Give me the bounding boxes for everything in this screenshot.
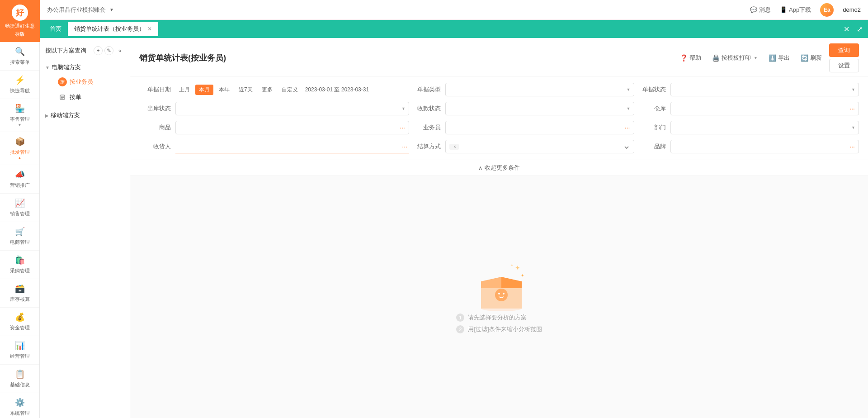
breadcrumb-dropdown[interactable]: ▼ [109, 7, 114, 12]
export-icon: ⬇️ [769, 54, 776, 62]
sidebar-item-label: 采购管理 [10, 267, 30, 274]
message-icon: 💬 [750, 6, 757, 13]
left-panel: 按以下方案查询 + ✎ « ▼ 电脑端方案 按 按业务员 [40, 38, 130, 418]
sidebar-item-finance[interactable]: 💰 资金管理 [0, 308, 39, 336]
date-tab-custom[interactable]: 自定义 [278, 85, 302, 95]
type-select[interactable] [445, 83, 634, 96]
tab-home[interactable]: 首页 [43, 22, 68, 36]
settle-tag-close[interactable]: × [453, 144, 456, 149]
dept-select[interactable] [670, 121, 859, 134]
logo-text: 畅捷通好生意 [5, 23, 35, 29]
filter-cell-dept: 部门 [634, 121, 859, 134]
svg-point-12 [495, 289, 508, 301]
date-tab-7days[interactable]: 近7天 [235, 85, 256, 95]
add-scheme-btn[interactable]: + [94, 46, 103, 55]
date-tab-this-month[interactable]: 本月 [195, 85, 213, 95]
status-label: 单据状态 [634, 86, 670, 94]
tip-num-1: 1 [456, 314, 464, 322]
pay-status-select[interactable] [445, 102, 634, 115]
sidebar-item-inventory[interactable]: 🗃️ 库存核算 [0, 279, 39, 308]
filter-cell-out-status: 出库状态 [139, 102, 409, 115]
scheme-item-salesman[interactable]: 按 按业务员 [45, 74, 130, 90]
goods-dots-btn[interactable]: ··· [400, 124, 405, 131]
scheme-order-label: 按单 [70, 93, 81, 101]
sidebar-logo[interactable]: 好 畅捷通好生意 标版 [0, 0, 40, 42]
page-header: 销货单统计表(按业务员) ❓ 帮助 🖨️ 按模板打印 ▼ ⬇️ 导出 [130, 38, 868, 76]
app-download-btn[interactable]: 📱 App下载 [780, 6, 811, 14]
warehouse-dots-btn[interactable]: ··· [849, 105, 855, 112]
print-btn[interactable]: 🖨️ 按模板打印 ▼ [708, 52, 761, 64]
filter-cell-date: 单据日期 上月 本月 本年 近7天 更多 自定义 2023-03-01 至 20… [139, 85, 409, 95]
collapse-more-btn[interactable]: ∧ 收起更多条件 [478, 164, 520, 172]
settle-select[interactable] [621, 145, 630, 150]
sidebar-item-sales[interactable]: 📈 销售管理 [0, 194, 39, 222]
sidebar-item-label: 资金管理 [10, 324, 30, 331]
salesman-dots-btn[interactable]: ··· [625, 124, 630, 131]
sidebar-item-label: 库存核算 [10, 296, 30, 303]
avatar[interactable]: Ea [820, 3, 834, 17]
ecom-icon: 🛒 [15, 227, 25, 237]
content-area: 按以下方案查询 + ✎ « ▼ 电脑端方案 按 按业务员 [40, 38, 868, 418]
status-select[interactable] [670, 83, 859, 96]
sidebar-item-ops[interactable]: 📊 经营管理 [0, 336, 39, 365]
sidebar-item-wholesale[interactable]: 📦 批发管理 ▲ [0, 132, 39, 165]
inventory-icon: 🗃️ [15, 284, 25, 294]
top-header: 办公用品行业模拟账套 ▼ 💬 消息 📱 App下载 Ea demo2 [40, 0, 868, 20]
mobile-scheme-section: ▶ 移动端方案 [40, 107, 130, 124]
user-name[interactable]: demo2 [843, 6, 861, 13]
main-area: 办公用品行业模拟账套 ▼ 💬 消息 📱 App下载 Ea demo2 首页 销货… [40, 0, 868, 418]
print-icon: 🖨️ [712, 54, 720, 62]
receiver-input[interactable] [175, 140, 409, 153]
message-btn[interactable]: 💬 消息 [750, 6, 771, 14]
sidebar-item-system[interactable]: ⚙️ 系统管理 [0, 393, 39, 418]
export-btn[interactable]: ⬇️ 导出 [765, 52, 793, 64]
settle-dropdown-arrow[interactable] [621, 143, 630, 150]
mobile-scheme-title[interactable]: ▶ 移动端方案 [40, 109, 130, 122]
sidebar-item-retail[interactable]: 🏪 零售管理 ▼ [0, 99, 39, 132]
sidebar-item-label: 销售管理 [10, 210, 30, 217]
tab-close-icon[interactable]: ✕ [147, 26, 152, 32]
date-tab-last-month[interactable]: 上月 [175, 85, 193, 95]
svg-text:✦: ✦ [515, 264, 520, 271]
out-status-select-wrapper [175, 102, 409, 115]
edit-scheme-btn[interactable]: ✎ [104, 46, 113, 55]
out-status-select[interactable] [175, 102, 409, 115]
scheme-item-order[interactable]: 按单 [45, 90, 130, 105]
scheme-order-icon [58, 93, 67, 102]
empty-tip-1: 1 请先选择要分析的方案 [456, 314, 542, 322]
date-tabs: 上月 本月 本年 近7天 更多 自定义 [175, 85, 302, 95]
pc-scheme-title[interactable]: ▼ 电脑端方案 [40, 61, 130, 74]
expand-icon-active: ▲ [18, 156, 22, 160]
tab-close-btn[interactable]: ✕ [842, 24, 851, 34]
filter-cell-type: 单据类型 [409, 83, 634, 96]
sidebar-item-search[interactable]: 🔍 搜索菜单 [0, 42, 39, 71]
sidebar-item-marketing[interactable]: 📣 营销推广 [0, 165, 39, 194]
collapse-icon: ∧ [478, 165, 483, 171]
purchase-icon: 🛍️ [15, 255, 25, 265]
sidebar-item-purchase[interactable]: 🛍️ 采购管理 [0, 251, 39, 279]
brand-dots-btn[interactable]: ··· [849, 143, 855, 150]
pay-status-select-wrapper [445, 102, 634, 115]
filter-cell-status: 单据状态 [634, 83, 859, 96]
receiver-dots-btn[interactable]: ··· [402, 143, 407, 150]
tab-maximize-btn[interactable]: ⤢ [855, 24, 864, 34]
search-button[interactable]: 查询 [829, 43, 859, 57]
sales-icon: 📈 [15, 198, 25, 208]
empty-tips: 1 请先选择要分析的方案 2 用[过滤]条件来缩小分析范围 [456, 314, 542, 333]
salesman-input-wrapper: ··· [445, 121, 634, 134]
tab-sales-stat[interactable]: 销货单统计表（按业务员） ✕ [68, 22, 158, 36]
sidebar-item-ecom[interactable]: 🛒 电商管理 [0, 222, 39, 251]
status-select-wrapper [670, 83, 859, 96]
refresh-btn[interactable]: 🔄 刷新 [797, 52, 826, 64]
empty-illustration: ✦ ✦ ✦ [472, 261, 526, 306]
help-btn[interactable]: ❓ 帮助 [676, 52, 705, 64]
date-tab-more[interactable]: 更多 [258, 85, 276, 95]
sidebar-item-label: 搜索菜单 [10, 59, 30, 66]
settings-button[interactable]: 设置 [829, 59, 859, 72]
filter-cell-salesman: 业务员 ··· [409, 121, 634, 134]
date-tab-this-year[interactable]: 本年 [215, 85, 233, 95]
collapse-panel-btn[interactable]: « [115, 46, 124, 55]
goods-label: 商品 [139, 124, 175, 132]
sidebar-item-quick[interactable]: ⚡ 快捷导航 [0, 71, 39, 99]
sidebar-item-basic[interactable]: 📋 基础信息 [0, 365, 39, 393]
